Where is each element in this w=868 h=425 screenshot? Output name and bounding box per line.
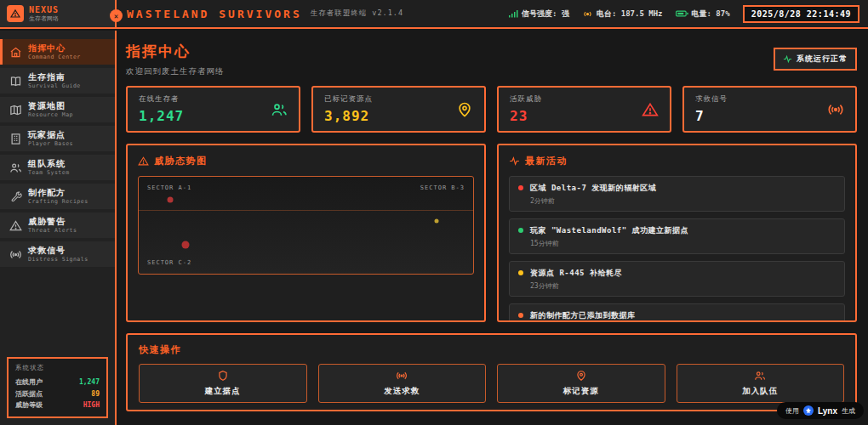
sidebar-item-command-center[interactable]: 指挥中心Command Center <box>0 39 115 65</box>
threat-map-panel: 威胁态势图 SECTOR A-1 SECTOR B-3 SECTOR C-2 <box>126 144 486 322</box>
stat-card-distress-signals: 求救信号 7 <box>682 86 857 133</box>
radio-status: 电台: 187.5 MHz <box>582 8 663 20</box>
threat-map-title: 威胁态势图 <box>154 155 208 167</box>
pulse-icon <box>509 156 520 167</box>
activity-item: 区域 Delta-7 发现新的辐射区域 2分钟前 <box>509 176 845 212</box>
signal-strength-status: 信号强度: 强 <box>508 8 569 20</box>
signal-strength-label: 信号强度: 强 <box>522 8 569 20</box>
app-title: WASTELAND SURVIVORS <box>127 8 302 20</box>
warning-triangle-icon <box>7 5 24 22</box>
system-ok-button[interactable]: 系统运行正常 <box>774 48 857 71</box>
battery-status: 电量: 87% <box>676 8 730 20</box>
system-status-title: 系统状态 <box>15 364 100 372</box>
threat-dot <box>434 219 438 224</box>
activity-dot <box>518 185 523 190</box>
sector-label-b3: SECTOR B-3 <box>420 184 465 191</box>
active-bases-value: 89 <box>91 388 100 400</box>
warning-triangle-icon <box>642 101 659 118</box>
sector-label-c2: SECTOR C-2 <box>147 259 191 266</box>
location-pin-icon <box>456 101 473 118</box>
sidebar-item-team-system[interactable]: 组队系统Team System <box>0 155 115 180</box>
quick-actions-title: 快速操作 <box>139 343 844 356</box>
warning-triangle-icon <box>138 156 149 167</box>
distress-signal-icon <box>9 248 22 261</box>
page-header: 指挥中心 欢迎回到废土生存者网络 系统运行正常 <box>126 41 857 77</box>
distress-signal-icon <box>827 101 844 118</box>
battery-label: 电量: 87% <box>692 8 730 20</box>
map-icon <box>9 104 22 116</box>
quick-actions-panel: 快速操作 建立据点 发送求救 标记资源 <box>126 333 857 411</box>
activity-panel: 最新活动 区域 Delta-7 发现新的辐射区域 2分钟前 玩家 "Wastel… <box>497 144 857 322</box>
threat-level-value: HIGH <box>83 400 100 411</box>
lynx-logo-icon <box>803 405 814 416</box>
activity-item: 新的制作配方已添加到数据库 1小时前 <box>509 303 845 322</box>
activity-dot <box>518 270 523 275</box>
team-icon <box>9 162 22 174</box>
sidebar-item-resource-map[interactable]: 资源地图Resource Map <box>0 97 115 122</box>
distress-signal-icon <box>396 370 408 382</box>
battery-icon <box>676 8 688 19</box>
online-survivors-value: 1,247 <box>139 108 184 124</box>
resource-points-value: 3,892 <box>324 108 373 124</box>
system-status-panel: 系统状态 在线用户 1,247 活跃据点 89 威胁等级 HIGH <box>7 357 108 418</box>
home-icon <box>9 46 22 59</box>
users-icon <box>754 370 766 382</box>
sector-label-a1: SECTOR A-1 <box>147 184 191 191</box>
active-threats-value: 23 <box>510 108 542 124</box>
wrench-icon <box>9 190 22 203</box>
stat-card-online-survivors: 在线生存者 1,247 <box>126 86 300 133</box>
activity-dot <box>518 228 523 233</box>
sidebar-item-survival-guide[interactable]: 生存指南Survival Guide <box>0 68 115 94</box>
map-grid-line <box>139 210 473 211</box>
main-content: 指挥中心 欢迎回到废土生存者网络 系统运行正常 在线生存者 1,247 已标记资… <box>118 31 868 425</box>
pulse-icon <box>783 54 792 64</box>
timestamp: 2025/8/28 22:14:49 <box>743 5 859 23</box>
location-pin-icon <box>575 370 587 382</box>
nexus-logo: NEXUS 生存者网络 <box>0 0 117 27</box>
warning-triangle-icon <box>9 219 22 232</box>
sidebar-item-threat-alerts[interactable]: 威胁警告Threat Alerts <box>0 212 115 238</box>
join-team-button[interactable]: 加入队伍 <box>677 364 845 403</box>
stat-cards-row: 在线生存者 1,247 已标记资源点 3,892 活跃威胁 23 <box>126 86 857 133</box>
activity-item: 玩家 "WastelandWolf" 成功建立新据点 15分钟前 <box>509 218 845 254</box>
logo-name: NEXUS <box>29 5 59 15</box>
radio-label: 电台: 187.5 MHz <box>597 8 663 20</box>
threat-dot <box>182 241 190 248</box>
signal-bars-icon <box>508 8 518 19</box>
book-icon <box>9 75 22 88</box>
app-version: 生存者联盟终端 v2.1.4 <box>311 8 403 19</box>
status-row-threat-level: 威胁等级 HIGH <box>15 400 100 411</box>
lynx-attribution-badge[interactable]: 使用 Lynx 生成 <box>777 402 864 419</box>
status-row-active-bases: 活跃据点 89 <box>15 388 100 400</box>
page-title: 指挥中心 <box>126 42 225 61</box>
threat-map-canvas: SECTOR A-1 SECTOR B-3 SECTOR C-2 <box>138 176 474 275</box>
establish-base-button[interactable]: 建立据点 <box>139 364 307 403</box>
mark-resource-button[interactable]: 标记资源 <box>497 364 665 403</box>
online-users-value: 1,247 <box>79 377 100 388</box>
stat-card-resource-points: 已标记资源点 3,892 <box>311 86 486 133</box>
distress-signals-value: 7 <box>695 108 728 124</box>
stat-card-active-threats: 活跃威胁 23 <box>497 86 671 133</box>
page-subtitle: 欢迎回到废土生存者网络 <box>126 66 225 77</box>
topbar-status-group: 信号强度: 强 电台: 187.5 MHz 电量: 87% 2025/8/28 … <box>508 5 868 23</box>
activity-dot <box>518 313 523 318</box>
sidebar-item-distress-signals[interactable]: 求救信号Distress Signals <box>0 241 115 267</box>
send-distress-button[interactable]: 发送求救 <box>318 364 487 403</box>
activity-title: 最新活动 <box>525 155 568 167</box>
close-button[interactable]: ✕ <box>110 9 123 22</box>
threat-dot <box>168 197 174 203</box>
users-icon <box>271 101 288 118</box>
activity-item: 资源点 R-445 补给耗尽 23分钟前 <box>509 261 845 297</box>
top-bar: NEXUS 生存者网络 ✕ WASTELAND SURVIVORS 生存者联盟终… <box>0 0 868 29</box>
building-icon <box>9 133 22 145</box>
shield-icon <box>217 370 229 382</box>
sidebar-item-crafting-recipes[interactable]: 制作配方Crafting Recipes <box>0 184 115 209</box>
sidebar-item-player-bases[interactable]: 玩家据点Player Bases <box>0 126 115 151</box>
radio-icon <box>582 8 593 20</box>
logo-subtitle: 生存者网络 <box>29 15 59 22</box>
status-row-online-users: 在线用户 1,247 <box>15 377 100 388</box>
